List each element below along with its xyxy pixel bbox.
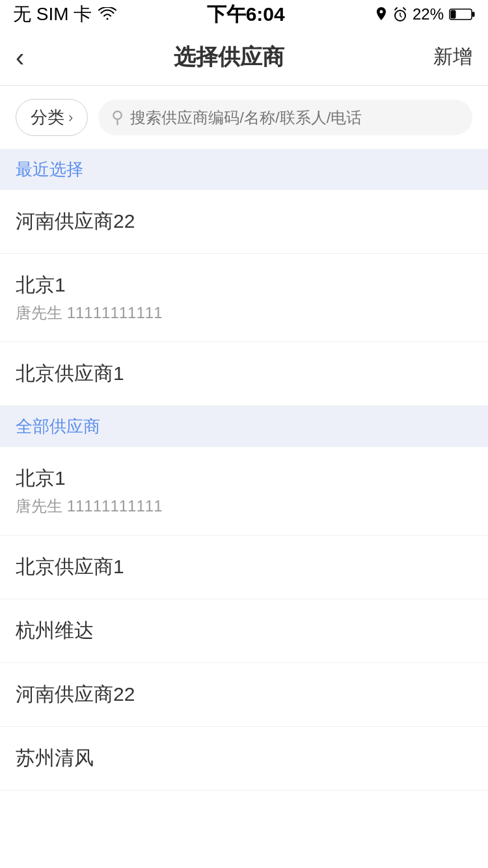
search-bar[interactable]: ⚲ [98, 100, 472, 135]
recent-section-label: 最近选择 [16, 159, 83, 179]
status-right: 22% [375, 5, 475, 23]
item-name: 北京供应商1 [16, 360, 472, 387]
list-item[interactable]: 苏州清风 [0, 727, 488, 791]
category-button[interactable]: 分类 › [16, 99, 88, 136]
item-name: 北京供应商1 [16, 554, 472, 580]
recent-items-list: 河南供应商22 北京1 唐先生 11111111111 北京供应商1 [0, 190, 488, 406]
list-item[interactable]: 河南供应商22 [0, 663, 488, 727]
status-time: 下午6:04 [207, 1, 285, 28]
page-title: 选择供应商 [174, 42, 284, 72]
svg-rect-3 [451, 10, 456, 19]
search-icon: ⚲ [111, 107, 124, 128]
list-item[interactable]: 杭州维达 [0, 599, 488, 663]
alarm-icon [393, 7, 407, 21]
no-sim-text: 无 SIM 卡 [13, 2, 92, 27]
item-name: 杭州维达 [16, 617, 472, 644]
wifi-icon [98, 7, 116, 21]
recent-section-header: 最近选择 [0, 149, 488, 190]
list-item[interactable]: 北京1 唐先生 11111111111 [0, 254, 488, 342]
search-input[interactable] [130, 109, 459, 127]
item-contact: 唐先生 11111111111 [16, 496, 472, 517]
item-name: 北京1 [16, 465, 472, 492]
nav-bar: ‹ 选择供应商 新增 [0, 29, 488, 86]
all-items-list: 北京1 唐先生 11111111111 北京供应商1杭州维达河南供应商22苏州清… [0, 447, 488, 791]
item-name: 河南供应商22 [16, 208, 472, 235]
category-label: 分类 [31, 106, 64, 129]
item-name: 北京1 [16, 272, 472, 299]
status-left: 无 SIM 卡 [13, 2, 116, 27]
item-name: 河南供应商22 [16, 681, 472, 708]
item-name: 苏州清风 [16, 745, 472, 772]
item-contact: 唐先生 11111111111 [16, 303, 472, 323]
list-item[interactable]: 北京供应商1 [0, 536, 488, 599]
back-button[interactable]: ‹ [16, 44, 24, 70]
battery-percentage: 22% [413, 5, 444, 23]
filter-bar: 分类 › ⚲ [0, 86, 488, 149]
list-item[interactable]: 河南供应商22 [0, 190, 488, 254]
svg-rect-2 [472, 12, 475, 17]
list-item[interactable]: 北京1 唐先生 11111111111 [0, 447, 488, 536]
all-section-header: 全部供应商 [0, 406, 488, 447]
list-item[interactable]: 北京供应商1 [0, 342, 488, 406]
location-icon [375, 7, 388, 21]
add-button[interactable]: 新增 [433, 44, 472, 70]
battery-icon [449, 8, 475, 21]
all-section-label: 全部供应商 [16, 416, 100, 436]
chevron-right-icon: › [68, 109, 73, 126]
status-bar: 无 SIM 卡 下午6:04 22% [0, 0, 488, 29]
